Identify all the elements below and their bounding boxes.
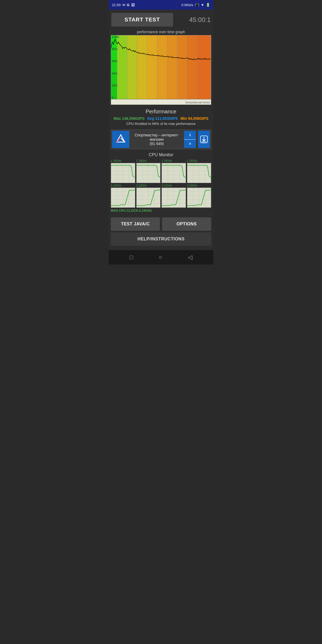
y-label-100: 100% xyxy=(112,35,119,39)
cpu-core-3-bottom: 2.10GHz xyxy=(162,184,186,208)
svg-rect-17 xyxy=(127,35,137,99)
cpu-graph-svg-1 xyxy=(111,163,135,183)
cpu-core-1-bottom: 2.10GHz xyxy=(111,184,135,208)
ad-download-button[interactable] xyxy=(198,131,210,148)
cpu-core-4-bottom-freq: 2.10GHz xyxy=(187,184,211,187)
status-left: 21:50 ✉ G 🖼 xyxy=(112,3,135,7)
cpu-core-1-top: 1.78GHz xyxy=(111,159,135,183)
cpu-core-2-top-graph xyxy=(136,163,161,183)
help-btn-row: HELP/INSTRUCTIONS xyxy=(109,232,213,250)
cpu-core-1-top-graph xyxy=(111,163,135,183)
nav-bar: □ ○ ◁ xyxy=(109,250,213,265)
cpu-core-2-bottom-freq: 2.10GHz xyxy=(136,184,161,187)
cpu-core-2-bottom: 2.10GHz xyxy=(136,184,161,208)
cpu-core-4-bottom-graph xyxy=(187,188,211,208)
cpu-core-4-top-freq: 1.78GHz xyxy=(187,159,211,162)
ad-text-line1: Спортмастер – интернет-магазин xyxy=(131,133,182,142)
cpu-graph-svg-6 xyxy=(137,188,160,207)
y-label-60: 60% xyxy=(112,59,119,63)
options-button[interactable]: OPTIONS xyxy=(162,217,211,231)
top-controls: START TEST 45:00:1 xyxy=(109,10,213,30)
y-label-40: 40% xyxy=(112,72,119,75)
cpu-core-2-top: 1.78GHz xyxy=(136,159,161,183)
cpu-graph-svg-7 xyxy=(162,188,186,207)
battery-icon: 🔋 xyxy=(206,3,210,7)
cpu-graph-svg-8 xyxy=(187,188,211,207)
svg-rect-19 xyxy=(147,35,157,99)
y-label-80: 80% xyxy=(112,47,119,51)
cpu-core-4-bottom: 2.10GHz xyxy=(187,184,211,208)
svg-rect-90 xyxy=(162,188,186,207)
cpu-core-3-bottom-graph xyxy=(162,188,186,208)
cpu-core-3-bottom-freq: 2.10GHz xyxy=(162,184,186,187)
cpu-core-3-top: 1.78GHz xyxy=(162,159,186,183)
cpu-graph-svg-5 xyxy=(111,188,135,207)
svg-rect-82 xyxy=(137,188,160,207)
cpu-core-3-top-graph xyxy=(162,163,186,183)
mail-icon: ✉ xyxy=(122,3,125,7)
cpu-core-1-bottom-graph xyxy=(111,188,135,208)
download-icon xyxy=(200,135,208,143)
close-icon: ✕ xyxy=(189,142,192,146)
ad-close-button[interactable]: ✕ xyxy=(184,139,196,148)
y-label-20: 20% xyxy=(112,84,119,87)
svg-rect-74 xyxy=(111,188,135,207)
cpu-core-2-bottom-graph xyxy=(136,188,161,208)
performance-section: Performance Max 146,508GIPS Avg 111,053G… xyxy=(109,106,213,127)
nav-back-icon[interactable]: ◁ xyxy=(188,254,192,261)
cpu-core-4-top-graph xyxy=(187,163,211,183)
svg-rect-23 xyxy=(187,35,197,99)
svg-rect-98 xyxy=(187,188,211,207)
ad-logo xyxy=(112,131,129,148)
graph-title: performance over time graph xyxy=(111,30,211,34)
performance-title: Performance xyxy=(111,109,211,115)
max-cpu-clock-label: MAX CPU CLOCK:2.10GHz xyxy=(111,209,211,213)
cpu-core-4-top: 1.78GHz xyxy=(187,159,211,183)
nav-square-icon[interactable]: □ xyxy=(130,254,133,261)
svg-rect-20 xyxy=(157,35,167,99)
cpu-top-row: 1.78GHz xyxy=(111,159,211,183)
app-body: START TEST 45:00:1 performance over time… xyxy=(109,10,213,250)
cpu-core-2-top-freq: 1.78GHz xyxy=(136,159,161,162)
wifi-icon: ▼ xyxy=(201,3,204,7)
help-instructions-button[interactable]: HELP/INSTRUCTIONS xyxy=(111,232,211,246)
info-icon: ℹ xyxy=(189,133,191,137)
graph-y-labels: 100% 80% 60% 40% 20% 0 xyxy=(112,35,119,99)
google-icon: G xyxy=(127,3,130,7)
image-icon: 🖼 xyxy=(131,3,135,7)
cpu-core-1-bottom-freq: 2.10GHz xyxy=(111,184,135,187)
ad-text: Спортмастер – интернет-магазин (81 649) xyxy=(131,133,182,146)
svg-rect-22 xyxy=(177,35,187,99)
stat-max: Max 146,508GIPS xyxy=(114,116,144,121)
svg-rect-21 xyxy=(167,35,177,99)
status-bar: 21:50 ✉ G 🖼 0.0Kb/s 📳 ▼ 🔋 xyxy=(109,0,213,10)
sportmaster-logo-svg xyxy=(114,133,127,146)
network-speed: 0.0Kb/s xyxy=(181,3,193,7)
cpu-graph-svg-2 xyxy=(137,163,160,183)
bottom-buttons: TEST JAVA/C OPTIONS xyxy=(109,214,213,232)
perf-stats: Max 146,508GIPS Avg 111,053GIPS Min 94,0… xyxy=(111,116,211,121)
stat-min: Min 94,058GIPS xyxy=(180,116,208,121)
vibrate-icon: 📳 xyxy=(195,3,199,7)
ad-info-button[interactable]: ℹ xyxy=(184,131,196,139)
svg-rect-18 xyxy=(137,35,147,99)
ad-text-line2: (81 649) xyxy=(131,142,182,146)
start-test-button[interactable]: START TEST xyxy=(111,13,173,27)
y-label-0: 0 xyxy=(112,96,119,99)
test-java-c-button[interactable]: TEST JAVA/C xyxy=(111,217,160,231)
status-time: 21:50 xyxy=(112,3,121,7)
cpu-core-3-top-freq: 1.78GHz xyxy=(162,159,186,162)
perf-throttle: CPU throttled to 66% of its max performa… xyxy=(111,122,211,126)
cpu-monitor-section: CPU Monitor 1.78GHz xyxy=(109,151,213,214)
graph-time-label: time(interval 5min) xyxy=(186,101,210,104)
ad-action-buttons: ℹ ✕ xyxy=(184,131,196,148)
svg-rect-24 xyxy=(197,35,211,99)
cpu-monitor-title: CPU Monitor xyxy=(111,152,211,157)
cpu-graph-svg-4 xyxy=(187,163,211,183)
cpu-bottom-row: 2.10GHz xyxy=(111,184,211,208)
nav-home-icon[interactable]: ○ xyxy=(159,254,162,261)
cpu-core-1-top-freq: 1.78GHz xyxy=(111,159,135,162)
ad-banner[interactable]: Спортмастер – интернет-магазин (81 649) … xyxy=(111,129,211,149)
graph-section: performance over time graph 100% 80% 60%… xyxy=(109,30,213,106)
cpu-graph-svg-3 xyxy=(162,163,186,183)
